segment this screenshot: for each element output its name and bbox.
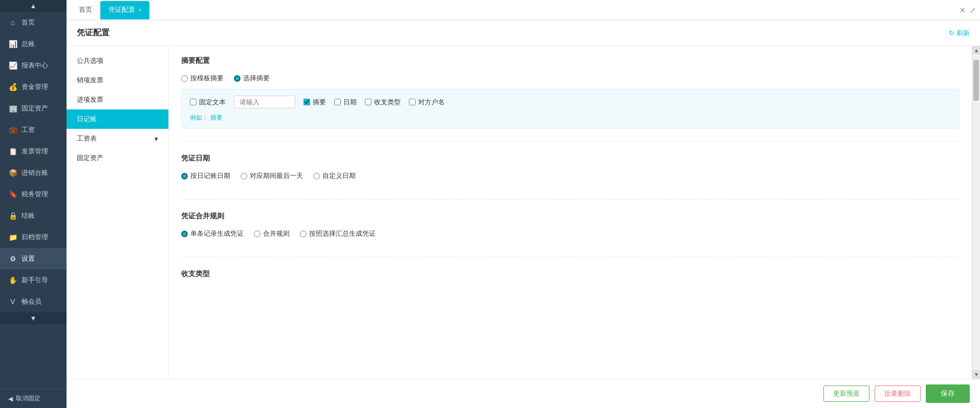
tab-home[interactable]: 首页 — [71, 1, 100, 19]
sidebar-item-fixed-assets[interactable]: 🏢 固定资产 — [0, 98, 67, 119]
left-nav-journal[interactable]: 日记账 — [67, 109, 168, 129]
sidebar-item-home[interactable]: ⌂ 首页 — [0, 12, 67, 33]
update-preview-button[interactable]: 更新预置 — [823, 386, 869, 402]
bottom-bar: 更新预置 批量删除 保存 — [67, 379, 980, 408]
date-radio-group: 按日记账日期 对应期间最后一天 自定义日期 — [181, 171, 960, 180]
sidebar-item-archive[interactable]: 📁 归档管理 — [0, 226, 67, 248]
sidebar: ▲ ⌂ 首页 📊 总账 📈 报表中心 💰 资金管理 🏢 固定资产 💼 工资 📋 … — [0, 0, 67, 408]
scrollbar[interactable]: ▲ ▼ — [972, 46, 980, 379]
counterpart-option[interactable]: 对方户名 — [409, 98, 445, 107]
save-button[interactable]: 保存 — [926, 384, 970, 403]
tab-bar: 首页 凭证配置 × ✕ ⤢ — [67, 0, 980, 20]
reports-icon: 📈 — [8, 61, 17, 70]
refresh-button[interactable]: ↻ 刷新 — [949, 29, 970, 38]
left-nav-sales-invoice[interactable]: 销项发票 — [67, 71, 168, 90]
settings-icon: ⚙ — [8, 255, 17, 263]
journal-date-radio[interactable] — [181, 173, 188, 179]
merge-rule-option[interactable]: 合并规则 — [254, 229, 290, 238]
summary-checkbox-container: 固定文本 摘要 日期 — [181, 89, 960, 129]
purchase-sales-icon: 📦 — [8, 169, 17, 177]
summary-template-radio[interactable] — [181, 75, 188, 82]
single-record-option[interactable]: 单条记录生成凭证 — [181, 229, 244, 238]
voucher-date-section: 凭证日期 按日记账日期 对应期间最后一天 自定义日期 — [181, 154, 960, 199]
fixed-text-checkbox[interactable] — [190, 99, 197, 105]
example-value: 摘要 — [210, 114, 223, 121]
fixed-text-input[interactable] — [234, 96, 295, 108]
income-expense-checkbox[interactable] — [365, 99, 372, 105]
salary-icon: 💼 — [8, 126, 17, 134]
body-layout: 公共选项 销项发票 进项发票 日记账 工资表 ▾ 固定资产 — [67, 46, 980, 379]
income-expense-title: 收支类型 — [181, 269, 960, 279]
right-content: 摘要配置 按模板摘要 选择摘要 — [169, 46, 972, 379]
sidebar-scroll-up[interactable]: ▲ — [0, 0, 67, 12]
income-expense-option[interactable]: 收支类型 — [365, 98, 401, 107]
date-checkbox[interactable] — [334, 99, 341, 105]
sidebar-unpin-button[interactable]: ◀ 取消固定 — [0, 389, 67, 408]
window-expand-icon[interactable]: ⤢ — [970, 6, 976, 14]
refresh-icon: ↻ — [949, 29, 954, 37]
select-merge-option[interactable]: 按照选择汇总生成凭证 — [300, 229, 376, 238]
unpin-icon: ◀ — [8, 395, 13, 402]
period-last-radio[interactable] — [241, 173, 247, 179]
guide-icon: ✋ — [8, 276, 17, 284]
content-area: 凭证配置 ↻ 刷新 公共选项 销项发票 进项发票 日记账 — [67, 20, 980, 408]
summary-template-option[interactable]: 按模板摘要 — [181, 74, 224, 83]
summary-checkbox-row: 固定文本 摘要 日期 — [190, 96, 951, 108]
custom-date-option[interactable]: 自定义日期 — [313, 171, 356, 180]
sidebar-item-guide[interactable]: ✋ 新手引导 — [0, 269, 67, 291]
custom-date-radio[interactable] — [313, 173, 320, 179]
single-record-radio[interactable] — [181, 231, 188, 237]
page-title: 凭证配置 — [77, 28, 110, 38]
counterpart-checkbox[interactable] — [409, 99, 416, 105]
journal-date-option[interactable]: 按日记账日期 — [181, 171, 230, 180]
example-prefix: 例如： — [190, 114, 208, 121]
left-nav-payroll[interactable]: 工资表 ▾ — [67, 129, 168, 148]
fixed-text-option[interactable]: 固定文本 — [190, 98, 226, 107]
chevron-down-icon: ▾ — [155, 135, 158, 143]
summary-checkbox[interactable] — [303, 99, 310, 105]
sidebar-item-salary[interactable]: 💼 工资 — [0, 119, 67, 141]
window-close-icon[interactable]: ✕ — [960, 6, 966, 14]
sidebar-item-close[interactable]: 🔒 结账 — [0, 205, 67, 226]
select-merge-radio[interactable] — [300, 231, 307, 237]
fixed-assets-icon: 🏢 — [8, 104, 17, 112]
tab-actions: ✕ ⤢ — [960, 6, 976, 14]
sidebar-scroll-down[interactable]: ▼ — [0, 312, 67, 324]
scroll-thumb[interactable] — [973, 60, 979, 101]
sidebar-item-settings[interactable]: ⚙ 设置 — [0, 248, 67, 269]
sidebar-item-ledger[interactable]: 📊 总账 — [0, 33, 67, 55]
summary-option[interactable]: 摘要 — [303, 98, 326, 107]
example-row: 例如： 摘要 — [190, 114, 951, 122]
left-nav-public[interactable]: 公共选项 — [67, 51, 168, 71]
merge-rules-title: 凭证合并规则 — [181, 212, 960, 221]
tab-voucher-config[interactable]: 凭证配置 × — [100, 1, 149, 19]
merge-rules-section: 凭证合并规则 单条记录生成凭证 合并规则 按照选择汇总生成凭证 — [181, 212, 960, 257]
vip-icon: V — [8, 298, 17, 306]
income-expense-section: 收支类型 — [181, 269, 960, 299]
scroll-up-btn[interactable]: ▲ — [972, 46, 980, 55]
sidebar-item-funds[interactable]: 💰 资金管理 — [0, 76, 67, 98]
date-option[interactable]: 日期 — [334, 98, 357, 107]
sidebar-item-invoice-mgmt[interactable]: 📋 发票管理 — [0, 141, 67, 162]
tax-icon: 🔖 — [8, 190, 17, 198]
scroll-down-btn[interactable]: ▼ — [972, 370, 980, 379]
summary-radio-group: 按模板摘要 选择摘要 — [181, 74, 960, 83]
sidebar-item-reports[interactable]: 📈 报表中心 — [0, 55, 67, 76]
period-last-option[interactable]: 对应期间最后一天 — [241, 171, 303, 180]
sidebar-item-vip[interactable]: V 畅会员 — [0, 291, 67, 312]
left-nav: 公共选项 销项发票 进项发票 日记账 工资表 ▾ 固定资产 — [67, 46, 169, 379]
main-area: 首页 凭证配置 × ✕ ⤢ 凭证配置 ↻ 刷新 公共选项 — [67, 0, 980, 408]
tab-close-icon[interactable]: × — [138, 7, 141, 13]
scroll-track[interactable] — [972, 55, 980, 370]
left-nav-fixed-assets[interactable]: 固定资产 — [67, 148, 168, 168]
sidebar-item-tax[interactable]: 🔖 税务管理 — [0, 184, 67, 205]
batch-delete-button[interactable]: 批量删除 — [875, 386, 921, 402]
ledger-icon: 📊 — [8, 40, 17, 48]
sidebar-item-purchase-sales[interactable]: 📦 进销台账 — [0, 162, 67, 184]
summary-config-section: 摘要配置 按模板摘要 选择摘要 — [181, 56, 960, 142]
summary-select-option[interactable]: 选择摘要 — [234, 74, 270, 83]
merge-rule-radio[interactable] — [254, 231, 260, 237]
summary-config-title: 摘要配置 — [181, 56, 960, 65]
summary-select-radio[interactable] — [234, 75, 241, 82]
left-nav-purchase-invoice[interactable]: 进项发票 — [67, 90, 168, 109]
